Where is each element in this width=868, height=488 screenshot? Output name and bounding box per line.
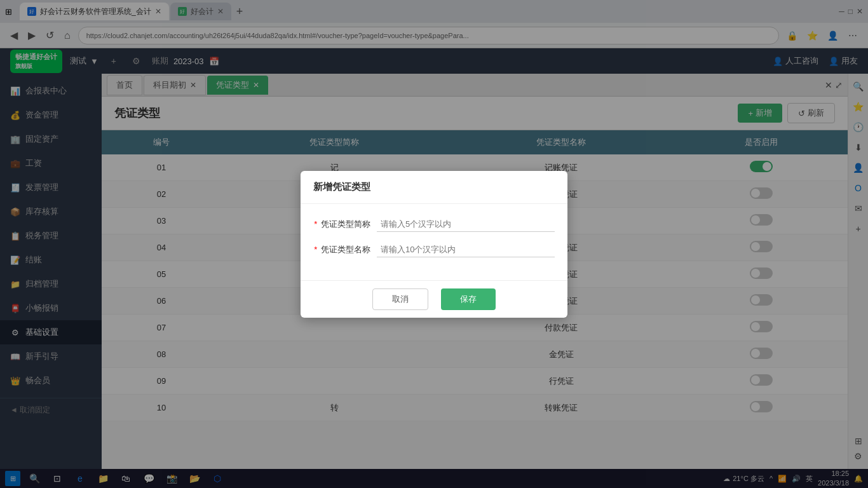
dialog-body: * 凭证类型简称 * 凭证类型名称 xyxy=(301,204,567,280)
dialog-footer: 取消 保存 xyxy=(301,280,567,318)
dialog-overlay: 新增凭证类型 * 凭证类型简称 * 凭证类型名称 取消 xyxy=(0,0,868,488)
cancel-button[interactable]: 取消 xyxy=(372,288,428,310)
save-button[interactable]: 保存 xyxy=(441,288,496,310)
required-mark-2: * xyxy=(314,245,317,254)
short-name-input[interactable] xyxy=(377,217,555,232)
form-row-short: * 凭证类型简称 xyxy=(313,217,555,232)
form-row-full: * 凭证类型名称 xyxy=(313,242,555,257)
short-name-label: * 凭证类型简称 xyxy=(313,219,377,230)
required-mark-1: * xyxy=(314,219,317,229)
add-voucher-dialog: 新增凭证类型 * 凭证类型简称 * 凭证类型名称 取消 xyxy=(301,171,567,318)
dialog-title: 新增凭证类型 xyxy=(301,171,567,204)
full-name-label: * 凭证类型名称 xyxy=(313,244,377,255)
full-name-input[interactable] xyxy=(377,242,555,257)
